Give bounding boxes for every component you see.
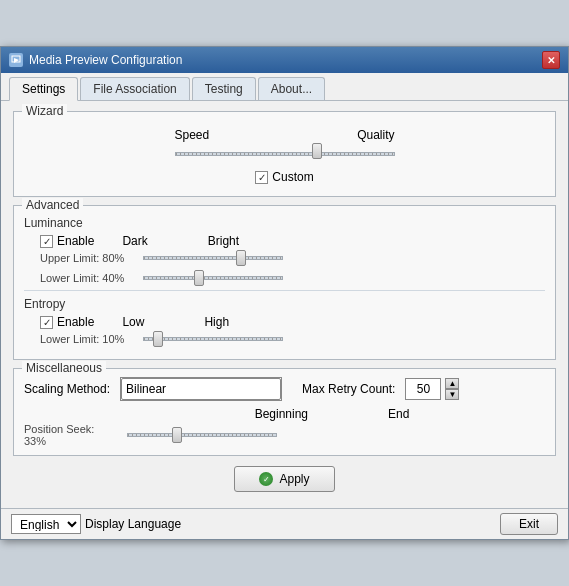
spinner-buttons: ▲ ▼: [445, 378, 459, 400]
lower-limit-label: Lower Limit: 40%: [40, 272, 135, 284]
luminance-upper-row: Upper Limit: 80%: [40, 250, 545, 266]
quality-label: Quality: [357, 128, 394, 142]
position-seek-slider[interactable]: [127, 427, 277, 443]
entropy-lower-thumb[interactable]: [153, 331, 163, 347]
main-window: Media Preview Configuration ✕ Settings F…: [0, 46, 569, 540]
tab-file-association[interactable]: File Association: [80, 77, 189, 100]
language-group: English Display Language: [11, 514, 181, 534]
title-bar-left: Media Preview Configuration: [9, 53, 182, 67]
display-language-label: Display Language: [85, 517, 181, 531]
max-retry-input[interactable]: [405, 378, 441, 400]
close-button[interactable]: ✕: [542, 51, 560, 69]
upper-limit-label: Upper Limit: 80%: [40, 252, 135, 264]
custom-check-row: ✓ Custom: [255, 170, 313, 184]
position-seek-container: Beginning End Position Seek: 33%: [24, 407, 545, 447]
tab-about[interactable]: About...: [258, 77, 325, 100]
misc-section-label: Miscellaneous: [22, 361, 106, 375]
position-seek-label: Position Seek: 33%: [24, 423, 119, 447]
entropy-label: Entropy: [24, 297, 545, 311]
scaling-label: Scaling Method:: [24, 382, 110, 396]
spinner-down-btn[interactable]: ▼: [445, 389, 459, 400]
tabs-bar: Settings File Association Testing About.…: [1, 73, 568, 101]
high-label: High: [204, 315, 229, 329]
luminance-lower-row: Lower Limit: 40%: [40, 270, 545, 286]
luminance-enable-check-row: ✓ Enable: [40, 234, 94, 248]
wizard-section-label: Wizard: [22, 104, 67, 118]
apply-icon: ✓: [259, 472, 273, 486]
exit-button[interactable]: Exit: [500, 513, 558, 535]
language-select[interactable]: English: [11, 514, 81, 534]
upper-limit-slider[interactable]: [143, 250, 283, 266]
luminance-label: Luminance: [24, 216, 545, 230]
bright-label: Bright: [208, 234, 239, 248]
misc-section: Miscellaneous Scaling Method: Bilinear B…: [13, 368, 556, 456]
tab-testing[interactable]: Testing: [192, 77, 256, 100]
entropy-lower-limit-label: Lower Limit: 10%: [40, 333, 135, 345]
wizard-slider-container[interactable]: [175, 144, 395, 164]
custom-checkbox[interactable]: ✓: [255, 171, 268, 184]
settings-content: Wizard Speed Quality ✓ Custom: [1, 101, 568, 508]
window-title: Media Preview Configuration: [29, 53, 182, 67]
position-seek-thumb[interactable]: [172, 427, 182, 443]
apply-button[interactable]: ✓ Apply: [234, 466, 334, 492]
wizard-slider-thumb[interactable]: [312, 143, 322, 159]
scaling-dropdown-wrapper: Bilinear Bicubic Nearest Neighbor Lanczo…: [120, 377, 282, 401]
luminance-enable-checkbox[interactable]: ✓: [40, 235, 53, 248]
misc-row1: Scaling Method: Bilinear Bicubic Nearest…: [24, 377, 545, 401]
lower-limit-slider[interactable]: [143, 270, 283, 286]
position-seek-labels: Beginning End: [119, 407, 545, 421]
entropy-enable-checkbox[interactable]: ✓: [40, 316, 53, 329]
tab-settings[interactable]: Settings: [9, 77, 78, 101]
wizard-slider-labels: Speed Quality: [175, 128, 395, 142]
max-retry-label: Max Retry Count:: [302, 382, 395, 396]
speed-label: Speed: [175, 128, 210, 142]
luminance-enable-row: ✓ Enable Dark Bright: [40, 234, 545, 248]
entropy-lower-row: Lower Limit: 10%: [40, 331, 545, 347]
wizard-section: Wizard Speed Quality ✓ Custom: [13, 111, 556, 197]
entropy-enable-row: ✓ Enable Low High: [40, 315, 545, 329]
low-label: Low: [122, 315, 144, 329]
luminance-range-labels: Dark Bright: [122, 234, 239, 248]
dark-label: Dark: [122, 234, 147, 248]
advanced-section: Advanced Luminance ✓ Enable Dark Bright …: [13, 205, 556, 360]
apply-label: Apply: [279, 472, 309, 486]
entropy-enable-label: Enable: [57, 315, 94, 329]
custom-label: Custom: [272, 170, 313, 184]
entropy-range-labels: Low High: [122, 315, 229, 329]
end-label: End: [388, 407, 409, 421]
status-bar: English Display Language Exit: [1, 508, 568, 539]
max-retry-spinner: ▲ ▼: [405, 378, 459, 400]
lower-limit-thumb[interactable]: [194, 270, 204, 286]
title-bar: Media Preview Configuration ✕: [1, 47, 568, 73]
advanced-section-label: Advanced: [22, 198, 83, 212]
position-seek-slider-row: Position Seek: 33%: [24, 423, 545, 447]
scaling-dropdown[interactable]: Bilinear Bicubic Nearest Neighbor Lanczo…: [121, 378, 281, 400]
upper-limit-thumb[interactable]: [236, 250, 246, 266]
entropy-lower-slider[interactable]: [143, 331, 283, 347]
spinner-up-btn[interactable]: ▲: [445, 378, 459, 389]
position-seek-row: Beginning End Position Seek: 33%: [24, 407, 545, 447]
scaling-dropdown-container[interactable]: Bilinear Bicubic Nearest Neighbor Lanczo…: [120, 377, 282, 401]
beginning-label: Beginning: [255, 407, 308, 421]
entropy-enable-check-row: ✓ Enable: [40, 315, 94, 329]
luminance-enable-label: Enable: [57, 234, 94, 248]
app-icon: [9, 53, 23, 67]
apply-row: ✓ Apply: [13, 466, 556, 492]
